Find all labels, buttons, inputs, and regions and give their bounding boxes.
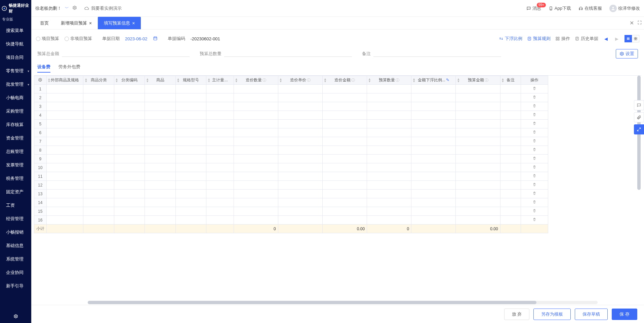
tab[interactable]: 填写预算信息×	[98, 17, 141, 29]
rail-attach-button[interactable]	[634, 112, 644, 122]
sidebar-item[interactable]: 税务管理	[0, 172, 31, 185]
sidebar-item[interactable]: 批发管理▾	[0, 78, 31, 91]
sort-icon[interactable]: ▲▼	[412, 78, 415, 83]
view-list-button[interactable]	[625, 35, 632, 42]
save-draft-button[interactable]: 保存草稿	[575, 309, 608, 320]
sidebar-item[interactable]: 库存核算	[0, 118, 31, 131]
sort-icon[interactable]: ▲▼	[235, 78, 238, 83]
rail-comment-button[interactable]	[634, 100, 644, 110]
save-button[interactable]: 保 存	[612, 309, 637, 320]
discard-button[interactable]: 放 弃	[504, 309, 530, 320]
table-row[interactable]: 16	[34, 216, 548, 225]
info-icon[interactable]: ⓘ	[351, 78, 355, 82]
column-header[interactable]: ▲▼商品	[145, 76, 175, 85]
column-header[interactable]: ▲▼金额下浮比例...✎	[411, 76, 456, 85]
float-ratio-button[interactable]: 下浮比例	[499, 36, 522, 42]
operation-button[interactable]: 操作	[555, 36, 570, 42]
sort-icon[interactable]: ▲▼	[115, 78, 118, 83]
save-template-button[interactable]: 另存为模板	[533, 309, 571, 320]
delete-icon[interactable]	[523, 95, 546, 100]
column-header[interactable]: ▲▼外部商品及规格	[46, 76, 83, 85]
delete-icon[interactable]	[523, 209, 546, 214]
sub-tab[interactable]: 设备费	[37, 64, 50, 73]
column-header[interactable]: ▲▼造价金额ⓘ	[322, 76, 367, 85]
column-header[interactable]: ▲▼造价数量ⓘ	[234, 76, 278, 85]
org-selector[interactable]: 徐老板勿删！ ﹀	[35, 5, 77, 11]
sidebar-item[interactable]: 工资	[0, 199, 31, 212]
sidebar-item[interactable]: 经营管理	[0, 212, 31, 226]
vertical-scrollbar[interactable]	[637, 76, 641, 197]
demo-link[interactable]: 我要看实例演示	[84, 5, 122, 11]
column-header[interactable]: 操作	[521, 76, 548, 85]
delete-icon[interactable]	[523, 174, 546, 179]
support-button[interactable]: 在线客服	[578, 5, 602, 11]
sidebar-item[interactable]: 基础信息	[0, 239, 31, 252]
calendar-icon[interactable]	[153, 36, 158, 42]
sidebar-item[interactable]: 零售管理▾	[0, 64, 31, 78]
tab[interactable]: 首页	[34, 17, 55, 29]
info-icon[interactable]: ⓘ	[263, 78, 266, 82]
table-row[interactable]: 5	[34, 120, 548, 128]
view-card-button[interactable]	[632, 35, 639, 42]
sidebar-item[interactable]: 新手引导	[0, 279, 31, 293]
info-icon[interactable]: ⓘ	[307, 78, 311, 82]
sort-icon[interactable]: ▲▼	[48, 78, 51, 83]
column-header[interactable]: ▲▼预算数量ⓘ	[367, 76, 411, 85]
table-row[interactable]: 1	[34, 85, 548, 93]
column-header[interactable]: ▲▼备注	[500, 76, 521, 85]
messages-button[interactable]: 消息 99+	[526, 5, 541, 11]
table-row[interactable]: 4	[34, 111, 548, 120]
fullscreen-icon[interactable]	[637, 20, 642, 26]
table-row[interactable]: 12	[34, 181, 548, 190]
sidebar-item[interactable]: 企业协同	[0, 266, 31, 279]
close-all-tabs-icon[interactable]: ✕	[630, 20, 634, 26]
column-header[interactable]: ▲▼主计量...	[206, 76, 234, 85]
sort-icon[interactable]: ▲▼	[146, 78, 149, 83]
column-header[interactable]: ▲▼商品分类	[83, 76, 114, 85]
gear-icon[interactable]	[38, 78, 42, 82]
table-row[interactable]: 2	[34, 93, 548, 102]
info-icon[interactable]: ⓘ	[396, 78, 399, 82]
edit-icon[interactable]: ✎	[446, 78, 449, 82]
table-row[interactable]: 8	[34, 146, 548, 155]
sidebar-item[interactable]: 固定资产	[0, 185, 31, 199]
history-button[interactable]: 历史单据	[575, 36, 598, 42]
budget-rule-button[interactable]: 预算规则	[527, 36, 551, 42]
delete-icon[interactable]	[523, 139, 546, 144]
table-row[interactable]: 11	[34, 172, 548, 181]
column-header[interactable]: ▲▼规格型号	[175, 76, 206, 85]
delete-icon[interactable]	[523, 217, 546, 223]
tab[interactable]: 新增项目预算×	[55, 17, 98, 29]
close-icon[interactable]: ×	[89, 21, 92, 26]
table-row[interactable]: 6	[34, 128, 548, 137]
column-header[interactable]	[34, 76, 47, 85]
sort-icon[interactable]: ▲▼	[368, 78, 371, 83]
delete-icon[interactable]	[523, 191, 546, 196]
horizontal-scrollbar[interactable]	[34, 300, 641, 305]
radio-project-budget[interactable]: 项目预算	[36, 36, 59, 42]
delete-icon[interactable]	[523, 165, 546, 170]
delete-icon[interactable]	[523, 86, 546, 91]
rail-expand-button[interactable]	[634, 124, 644, 134]
settings-button[interactable]: 设置	[616, 49, 638, 58]
sidebar-item[interactable]: 资金管理	[0, 131, 31, 145]
delete-icon[interactable]	[523, 130, 546, 135]
column-header[interactable]: ▲▼预算金额ⓘ	[456, 76, 500, 85]
delete-icon[interactable]	[523, 113, 546, 118]
sidebar-item[interactable]: 采购管理	[0, 105, 31, 118]
delete-icon[interactable]	[523, 183, 546, 188]
table-row[interactable]: 14	[34, 198, 548, 207]
delete-icon[interactable]	[523, 200, 546, 205]
sidebar-item[interactable]: 项目合同	[0, 51, 31, 64]
org-settings-icon[interactable]	[72, 5, 77, 11]
prev-record-button[interactable]: ◀	[603, 36, 609, 41]
delete-icon[interactable]	[523, 104, 546, 109]
user-menu[interactable]: 徐泽华修改	[609, 5, 640, 12]
sort-icon[interactable]: ▲▼	[279, 78, 282, 83]
column-header[interactable]: ▲▼分类编码	[114, 76, 145, 85]
sort-icon[interactable]: ▲▼	[501, 78, 505, 83]
delete-icon[interactable]	[523, 148, 546, 153]
app-download-button[interactable]: App下载	[549, 5, 571, 11]
close-icon[interactable]: ×	[132, 21, 135, 26]
sidebar-item[interactable]: 小畅报销	[0, 226, 31, 239]
